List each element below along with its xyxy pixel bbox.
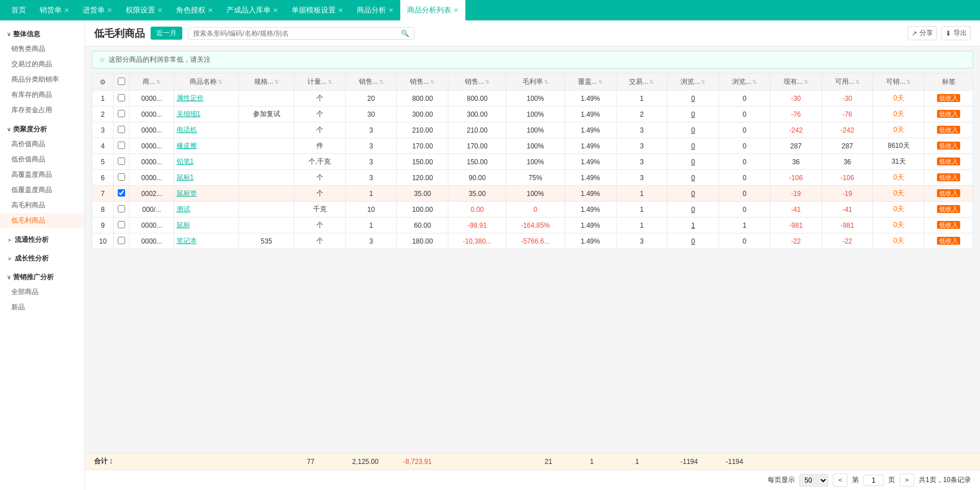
col-sellable[interactable]: 可销...⇅ [873, 74, 925, 91]
sidebar-item-category-rate[interactable]: 商品分类助销率 [0, 72, 84, 87]
nav-role-auth[interactable]: 角色授权 ✕ [169, 0, 220, 20]
close-icon[interactable]: ✕ [107, 7, 112, 14]
row-name[interactable]: 吴细细1 [174, 106, 239, 122]
sidebar-item-in-stock[interactable]: 有库存的商品 [0, 87, 84, 103]
search-icon[interactable]: 🔍 [401, 29, 409, 37]
row-browse1[interactable]: 0 [667, 202, 719, 218]
prev-page-button[interactable]: ＜ [833, 474, 848, 487]
col-browse2[interactable]: 浏览...⇅ [719, 74, 771, 91]
row-checkbox[interactable] [114, 218, 130, 233]
col-transaction[interactable]: 交易...⇅ [616, 74, 667, 91]
sidebar-item-all-goods[interactable]: 全部商品 [0, 284, 84, 300]
col-code[interactable]: 商...⇅ [130, 74, 174, 91]
col-settings[interactable]: ⚙ [92, 74, 114, 91]
close-icon[interactable]: ✕ [157, 7, 162, 14]
nav-product-warehousing[interactable]: 产成品入库单 ✕ [220, 0, 285, 20]
sidebar-item-sales-goods[interactable]: 销售类商品 [0, 41, 84, 57]
search-input[interactable] [193, 29, 401, 37]
nav-product-analysis-list[interactable]: 商品分析列表 ✕ [400, 0, 465, 20]
filter-recent-month-button[interactable]: 近一月 [151, 27, 182, 40]
row-checkbox[interactable] [114, 202, 130, 218]
row-select-checkbox[interactable] [118, 142, 125, 149]
row-select-checkbox[interactable] [118, 237, 125, 244]
row-browse1[interactable]: 0 [667, 170, 719, 186]
col-available[interactable]: 可用...⇅ [821, 74, 873, 91]
sidebar-section-growth-title[interactable]: ＞ 成长性分析 [0, 252, 84, 266]
nav-home[interactable]: 首页 [5, 0, 33, 20]
close-icon[interactable]: ✕ [273, 7, 278, 14]
row-browse1[interactable]: 1 [667, 218, 719, 233]
row-name[interactable]: 鼠标垫 [174, 186, 239, 202]
sidebar-item-high-value[interactable]: 高价值商品 [0, 137, 84, 152]
sidebar-item-low-value[interactable]: 低价值商品 [0, 152, 84, 167]
nav-template-settings[interactable]: 单据模板设置 ✕ [285, 0, 350, 20]
sidebar-section-marketing-title[interactable]: ∨ 营销推广分析 [0, 270, 84, 284]
row-browse1[interactable]: 0 [667, 154, 719, 170]
row-name[interactable]: 鼠标 [174, 218, 239, 233]
sidebar-section-overall-title[interactable]: ∨ 整体信息 [0, 27, 84, 41]
sidebar-item-high-margin[interactable]: 高毛利商品 [0, 198, 84, 213]
col-tag[interactable]: 标签 [925, 74, 973, 91]
col-select-all[interactable] [114, 74, 130, 91]
close-icon[interactable]: ✕ [64, 7, 69, 14]
page-number-input[interactable] [863, 475, 884, 486]
row-checkbox[interactable] [114, 186, 130, 202]
col-name[interactable]: 商品名称⇅ [174, 74, 239, 91]
row-checkbox[interactable] [114, 170, 130, 186]
close-icon[interactable]: ✕ [388, 7, 393, 14]
nav-sales-order[interactable]: 销货单 ✕ [33, 0, 76, 20]
row-checkbox[interactable] [114, 91, 130, 106]
row-select-checkbox[interactable] [118, 126, 125, 133]
sidebar-item-high-coverage[interactable]: 高覆盖度商品 [0, 167, 84, 182]
close-icon[interactable]: ✕ [453, 7, 459, 14]
row-checkbox[interactable] [114, 138, 130, 154]
nav-purchase-order[interactable]: 进货单 ✕ [76, 0, 119, 20]
row-checkbox[interactable] [114, 122, 130, 138]
sidebar-item-capital-usage[interactable]: 库存资金占用 [0, 103, 84, 118]
nav-permission-settings[interactable]: 权限设置 ✕ [119, 0, 169, 20]
sidebar-section-flow-title[interactable]: ＞ 流通性分析 [0, 233, 84, 247]
row-select-checkbox[interactable] [118, 205, 125, 212]
row-browse1[interactable]: 0 [667, 106, 719, 122]
share-button[interactable]: ↗ 分享 [908, 26, 937, 40]
row-browse1[interactable]: 0 [667, 233, 719, 249]
row-checkbox[interactable] [114, 154, 130, 170]
row-name[interactable]: 鼠标1 [174, 170, 239, 186]
close-icon[interactable]: ✕ [208, 7, 213, 14]
row-browse1[interactable]: 0 [667, 186, 719, 202]
row-select-checkbox[interactable] [118, 189, 125, 197]
col-sales-profit[interactable]: 销售...⇅ [448, 74, 506, 91]
select-all-checkbox[interactable] [118, 78, 125, 85]
col-sales-price[interactable]: 销售...⇅ [397, 74, 448, 91]
col-coverage[interactable]: 覆盖...⇅ [564, 74, 616, 91]
col-spec[interactable]: 规格...⇅ [239, 74, 294, 91]
export-button[interactable]: ⬇ 导出 [942, 26, 971, 40]
nav-product-analysis[interactable]: 商品分析 ✕ [350, 0, 400, 20]
sidebar-item-traded-goods[interactable]: 交易过的商品 [0, 57, 84, 72]
row-select-checkbox[interactable] [118, 157, 125, 165]
row-select-checkbox[interactable] [118, 221, 125, 228]
close-icon[interactable]: ✕ [338, 7, 343, 14]
col-current[interactable]: 现有...⇅ [770, 74, 821, 91]
col-gross-margin[interactable]: 毛利率⇅ [506, 74, 564, 91]
col-unit[interactable]: 计量...⇅ [294, 74, 345, 91]
sidebar-item-low-margin[interactable]: 低毛利商品 [0, 213, 84, 228]
row-name[interactable]: 测试 [174, 202, 239, 218]
row-checkbox[interactable] [114, 233, 130, 249]
row-browse1[interactable]: 0 [667, 91, 719, 106]
next-page-button[interactable]: ＞ [900, 474, 914, 487]
row-browse1[interactable]: 0 [667, 122, 719, 138]
row-select-checkbox[interactable] [118, 94, 125, 101]
page-size-select[interactable]: 50 100 [799, 474, 828, 487]
row-name[interactable]: 铅笔1 [174, 154, 239, 170]
row-name[interactable]: 橡皮擦 [174, 138, 239, 154]
row-name[interactable]: 电话机 [174, 122, 239, 138]
row-browse1[interactable]: 0 [667, 138, 719, 154]
row-name[interactable]: 属性定价 [174, 91, 239, 106]
row-name[interactable]: 笔记本 [174, 233, 239, 249]
sidebar-section-cluster-title[interactable]: ∨ 类聚度分析 [0, 122, 84, 137]
sidebar-item-low-coverage[interactable]: 低覆盖度商品 [0, 182, 84, 198]
row-select-checkbox[interactable] [118, 173, 125, 181]
row-checkbox[interactable] [114, 106, 130, 122]
sidebar-item-new-goods[interactable]: 新品 [0, 300, 84, 315]
